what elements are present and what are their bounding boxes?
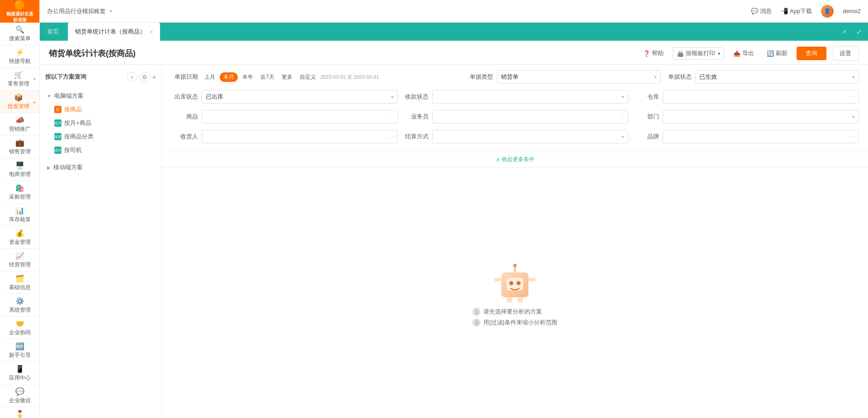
mobile-section-header[interactable]: ▶ 移动端方案 — [40, 161, 161, 174]
receiver-control[interactable]: ··· — [202, 130, 398, 143]
sidebar-item-basic[interactable]: 🗂️ 基础信息 — [0, 271, 39, 294]
user-name: demo2 — [843, 8, 861, 14]
receiver-more-icon: ··· — [390, 134, 394, 139]
date-tabs: 上月 本月 本年 近7天 更多 自定义 — [202, 72, 319, 82]
app-download-label: App下载 — [790, 7, 812, 15]
goods-control[interactable]: ··· — [202, 110, 398, 124]
user-avatar-img: 👤 — [824, 8, 830, 14]
sidebar-item-retail[interactable]: 🛒 零售管理 ▾ — [0, 68, 39, 90]
sidebar-finance-label: 资金管理 — [9, 238, 31, 246]
tab-report[interactable]: 销货单统计计表（按商品） × — [68, 23, 160, 41]
ecommerce-icon: 🖥️ — [15, 161, 24, 170]
help-button[interactable]: ❓ 帮助 — [639, 48, 667, 59]
filter-field-settlement: 结算方式 ▾ — [401, 130, 628, 143]
sidebar-item-operation[interactable]: 📈 经营管理 — [0, 249, 39, 271]
desktop-section-header[interactable]: ▼ 电脑端方案 — [40, 89, 161, 103]
sidebar-item-search[interactable]: 🔍 搜索菜单 — [0, 23, 39, 45]
report-tab-label: 销货单统计计表（按商品） — [75, 28, 146, 36]
sidebar-item-finance[interactable]: 💰 资金管理 — [0, 226, 39, 249]
settings-button[interactable]: 设置 — [832, 46, 859, 61]
message-button[interactable]: 💬 消息 — [751, 7, 772, 15]
settlement-control[interactable]: ▾ — [432, 130, 628, 143]
tab-home[interactable]: 首页 — [40, 23, 66, 41]
tab-expand-button[interactable]: ⤢ — [854, 26, 864, 37]
date-tab-this-year[interactable]: 本年 — [240, 72, 256, 82]
sidebar-item-ecommerce[interactable]: 🖥️ 电商管理 — [0, 158, 39, 181]
out-status-label: 出库状态 — [171, 93, 198, 101]
filter-form-area: 单据日期 上月 本月 本年 近7天 更多 自定义 — [162, 65, 868, 167]
payment-status-control[interactable]: ▾ — [432, 90, 628, 104]
filter-item-by-goods[interactable]: 按 按商品 — [40, 103, 161, 116]
warehouse-control[interactable]: ··· — [663, 90, 859, 104]
filter-field-warehouse: 仓库 ··· — [632, 90, 859, 104]
empty-state: 1 请先选择要分析的方案 2 用[过滤]条件来缩小分析范围 — [162, 167, 868, 418]
filter-row-3: 商品 ··· 业务员 ··· — [171, 110, 859, 124]
print-button[interactable]: 🖨️ 按模板打印 ▾ — [673, 47, 724, 60]
tab-bar-actions: × ⤢ — [839, 26, 868, 37]
salesman-control[interactable]: ··· — [432, 110, 628, 124]
filter-panel: 按以下方案查询 + ⚙ « ▼ 电脑端方案 — [40, 65, 162, 418]
svg-point-5 — [518, 282, 520, 285]
message-icon: 💬 — [751, 8, 758, 14]
date-tab-last-month[interactable]: 上月 — [202, 72, 218, 82]
sidebar-item-guide[interactable]: 🆕 新手引导 — [0, 339, 39, 362]
payment-status-arrow-icon: ▾ — [622, 94, 624, 100]
sidebar-item-system[interactable]: ⚙️ 系统管理 — [0, 294, 39, 317]
filter-item-by-driver[interactable]: 按司 按司机 — [40, 143, 161, 157]
sidebar-inventory-label: 库存核算 — [9, 216, 31, 223]
sidebar-enterprise-label: 企业协同 — [9, 329, 31, 337]
sidebar-ecommerce-label: 电商管理 — [9, 171, 31, 178]
doc-type-control[interactable]: 销货单 ▾ — [497, 70, 660, 84]
goods-label: 商品 — [171, 113, 198, 121]
doc-status-label: 单据状态 — [665, 73, 692, 81]
sidebar-item-wechat[interactable]: 💬 企业微信 — [0, 385, 39, 407]
date-tab-custom[interactable]: 自定义 — [297, 72, 319, 82]
wholesale-icon: 📦 — [14, 93, 23, 102]
mobile-section-arrow-icon: ▶ — [47, 165, 51, 170]
by-category-label: 按商品分类 — [64, 133, 94, 141]
sidebar-guide-label: 新手引导 — [9, 352, 31, 359]
sidebar-item-purchase[interactable]: 🛍️ 采购管理 — [0, 181, 39, 204]
sidebar-item-marketing[interactable]: 📣 营销推广 — [0, 113, 39, 136]
tab-close-icon[interactable]: × — [150, 29, 153, 34]
out-status-control[interactable]: 已出库 ▾ — [202, 90, 398, 104]
department-control[interactable]: ▾ — [663, 110, 859, 124]
sidebar-item-appcenter[interactable]: 📱 应用中心 — [0, 362, 39, 385]
filter-item-by-category[interactable]: 按类 按商品分类 — [40, 130, 161, 143]
by-goods-label: 按商品 — [64, 105, 82, 114]
by-month-goods-label: 按月+商品 — [64, 119, 91, 127]
date-tab-7days[interactable]: 近7天 — [258, 72, 277, 82]
filter-add-button[interactable]: + — [127, 72, 137, 82]
sidebar-item-quicknav[interactable]: ⚡ 快捷导航 — [0, 45, 39, 68]
sidebar-item-enterprise[interactable]: 🤝 企业协同 — [0, 317, 39, 339]
sidebar-item-inventory[interactable]: 📊 库存核算 — [0, 204, 39, 226]
app-download-button[interactable]: 📲 App下载 — [781, 7, 812, 15]
doc-status-value: 已生效 — [699, 73, 852, 81]
salesman-more-icon: ··· — [620, 114, 624, 119]
sidebar-item-member[interactable]: 🎖️ 畅会员 — [0, 407, 39, 418]
filter-settings-button[interactable]: ⚙ — [140, 72, 150, 82]
query-button[interactable]: 查询 — [797, 47, 826, 60]
page-content: 销货单统计计表(按商品) ❓ 帮助 🖨️ 按模板打印 ▾ 📤 导出 🔄 刷 — [40, 41, 868, 418]
collapse-bar[interactable]: ∧ 收起更多条件 — [162, 152, 868, 167]
user-avatar[interactable]: 👤 — [821, 5, 834, 18]
date-tab-more[interactable]: 更多 — [279, 72, 295, 82]
filter-item-by-month-goods[interactable]: 按月 按月+商品 — [40, 116, 161, 130]
refresh-icon: 🔄 — [767, 50, 774, 57]
tab-close-all-button[interactable]: × — [839, 26, 850, 37]
filter-field-salesman: 业务员 ··· — [401, 110, 628, 124]
export-button[interactable]: 📤 导出 — [730, 48, 758, 59]
doc-status-control[interactable]: 已生效 ▾ — [695, 70, 859, 84]
brand-control[interactable]: ··· — [663, 130, 859, 143]
filter-field-brand: 品牌 ··· — [632, 130, 859, 143]
date-tab-this-month[interactable]: 本月 — [220, 72, 238, 82]
filter-tree-section-mobile: ▶ 移动端方案 — [40, 159, 161, 176]
desktop-section-label: 电脑端方案 — [54, 92, 84, 100]
filter-collapse-button[interactable]: « — [152, 73, 156, 81]
sidebar-sales-label: 销售管理 — [9, 148, 31, 156]
filter-field-department: 部门 ▾ — [632, 110, 859, 124]
retail-icon: 🛒 — [14, 71, 23, 79]
sidebar-item-sales[interactable]: 💼 销售管理 — [0, 136, 39, 158]
refresh-button[interactable]: 🔄 刷新 — [763, 48, 791, 59]
sidebar-item-wholesale[interactable]: 📦 批发管理 ▴ — [0, 90, 39, 113]
